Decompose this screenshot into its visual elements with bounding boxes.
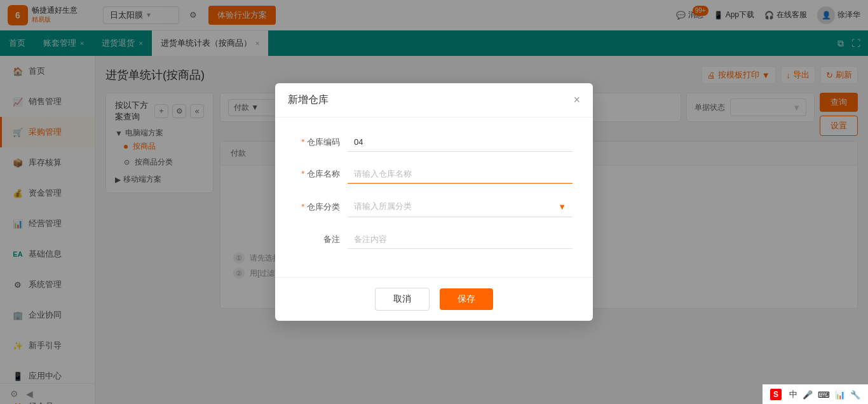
bottom-bar: S 中 🎤 ⌨ 📊 🔧 bbox=[763, 384, 868, 404]
modal-footer: 取消 保存 bbox=[275, 277, 593, 321]
save-button[interactable]: 保存 bbox=[440, 288, 493, 310]
modal-close-button[interactable]: × bbox=[573, 93, 580, 107]
remark-label: 备注 bbox=[295, 234, 340, 245]
modal-body: * 仓库编码 * 仓库名称 * 仓库分类 请输入所属 bbox=[275, 118, 593, 277]
name-label: * 仓库名称 bbox=[295, 168, 340, 180]
form-row-category: * 仓库分类 请输入所属分类 ▼ bbox=[295, 196, 573, 217]
code-input[interactable] bbox=[348, 133, 573, 152]
form-row-name: * 仓库名称 bbox=[295, 165, 573, 184]
modal-title: 新增仓库 bbox=[288, 93, 329, 107]
mic-icon[interactable]: 🎤 bbox=[803, 390, 813, 400]
modal-header: 新增仓库 × bbox=[275, 83, 593, 118]
category-select[interactable]: 请输入所属分类 ▼ bbox=[348, 196, 573, 217]
category-label-text: 仓库分类 bbox=[307, 202, 340, 212]
name-input[interactable] bbox=[348, 165, 573, 184]
code-required-star: * bbox=[301, 137, 304, 147]
modal-overlay: 新增仓库 × * 仓库编码 * 仓库名称 bbox=[0, 0, 868, 404]
name-required-star: * bbox=[301, 169, 304, 178]
s-logo: S bbox=[770, 389, 782, 400]
category-required-star: * bbox=[301, 202, 304, 212]
chart-icon[interactable]: 📊 bbox=[835, 390, 845, 400]
modal-new-warehouse: 新增仓库 × * 仓库编码 * 仓库名称 bbox=[275, 83, 593, 321]
form-row-remark: 备注 bbox=[295, 230, 573, 249]
keyboard-icon[interactable]: ⌨ bbox=[818, 390, 830, 400]
tool-icon[interactable]: 🔧 bbox=[850, 390, 860, 400]
name-label-text: 仓库名称 bbox=[307, 169, 340, 178]
code-label: * 仓库编码 bbox=[295, 137, 340, 148]
category-placeholder: 请输入所属分类 bbox=[354, 201, 412, 212]
zh-label: 中 bbox=[789, 389, 797, 400]
form-row-code: * 仓库编码 bbox=[295, 133, 573, 152]
cancel-button[interactable]: 取消 bbox=[375, 288, 430, 311]
code-label-text: 仓库编码 bbox=[307, 137, 340, 147]
category-label: * 仓库分类 bbox=[295, 201, 340, 213]
category-select-arrow: ▼ bbox=[558, 202, 566, 212]
remark-label-text: 备注 bbox=[323, 234, 340, 244]
remark-input[interactable] bbox=[348, 230, 573, 249]
